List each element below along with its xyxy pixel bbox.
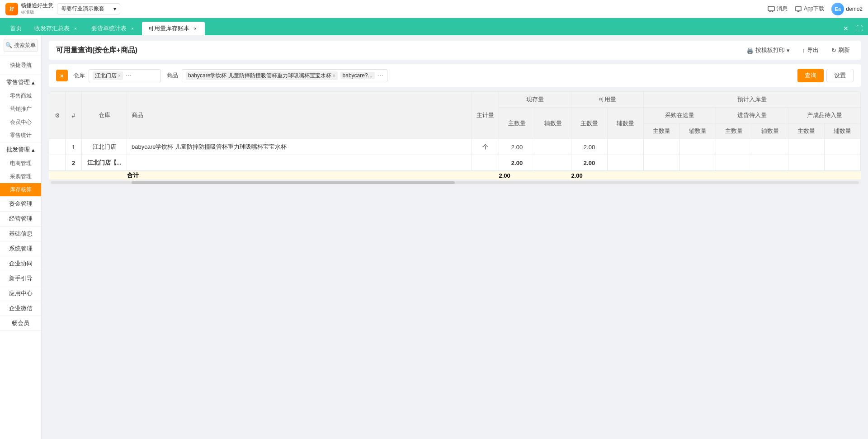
- th-stock-aux: 辅数量: [535, 108, 571, 139]
- table-footer-row: 合计 2.00 2.00: [49, 171, 861, 179]
- scroll-track: [51, 181, 859, 184]
- tab-collect[interactable]: 收发存汇总表 ×: [28, 22, 85, 35]
- table-container: ⚙ # 仓库 商品 主计量 现存量 可用量 预计入库量 主数量 辅数量: [49, 91, 861, 186]
- print-template-button[interactable]: 🖨️ 按模板打印 ▾: [743, 44, 793, 56]
- page-header: 可用量查询(按仓库+商品) 🖨️ 按模板打印 ▾ ↑ 导出 ↻ 刷新: [49, 41, 861, 60]
- tab-available-stock-label: 可用量库存账本: [148, 24, 189, 33]
- scroll-thumb[interactable]: [132, 181, 455, 184]
- footer-inbound-aux: [752, 171, 788, 179]
- tab-available-stock[interactable]: 可用量库存账本 ×: [142, 22, 205, 35]
- row2-avail-aux: [608, 155, 644, 171]
- th-available: 可用量: [571, 92, 644, 108]
- tab-fullscreen-button[interactable]: ⛶: [854, 24, 864, 33]
- tab-order-stat[interactable]: 要货单统计表 ×: [85, 22, 142, 35]
- message-icon: [768, 5, 775, 13]
- download-icon: [795, 5, 802, 13]
- row1-product: babycare学饮杯 儿童防摔防撞吸管杯重力球吸嘴杯宝宝水杯: [127, 139, 472, 155]
- search-menu-label: 搜索菜单: [14, 42, 36, 48]
- sidebar-group-collab-header[interactable]: 企业协同: [0, 256, 41, 271]
- row2-stock-aux: [535, 155, 571, 171]
- sidebar-group-member-header[interactable]: 畅会员: [0, 316, 41, 330]
- svg-rect-0: [768, 6, 774, 11]
- footer-prod-main: [788, 171, 825, 179]
- product-tag1-close[interactable]: ×: [333, 73, 335, 78]
- tab-available-stock-close[interactable]: ×: [192, 25, 198, 32]
- footer-stock-main: 2.00: [499, 171, 535, 179]
- th-pur-main: 主数量: [644, 123, 680, 139]
- row2-stock-main: 2.00: [499, 155, 535, 171]
- refresh-button[interactable]: ↻ 刷新: [828, 44, 854, 56]
- search-icon: 🔍: [5, 42, 14, 48]
- search-menu-button[interactable]: 🔍 搜索菜单: [4, 39, 38, 52]
- sidebar-item-quick-nav[interactable]: 快捷导航: [0, 59, 41, 72]
- export-button[interactable]: ↑ 导出: [799, 44, 823, 56]
- warehouse-tag-close[interactable]: ×: [118, 73, 121, 78]
- tab-home-label: 首页: [10, 24, 22, 33]
- product-tag2: babycare?...: [340, 72, 375, 79]
- row2-seq: 2: [66, 155, 82, 171]
- tab-order-stat-close[interactable]: ×: [129, 25, 136, 32]
- row1-pur-aux: [680, 139, 716, 155]
- logo-text-block: 畅捷通好生意 标准版: [21, 2, 53, 16]
- product-filter-group: 商品 babycare学饮杯 儿童防摔防撞吸管杯重力球吸嘴杯宝宝水杯 × bab…: [166, 69, 387, 82]
- row1-seq: 1: [66, 139, 82, 155]
- settings-button[interactable]: 设置: [826, 69, 854, 82]
- warehouse-filter-dots[interactable]: ···: [126, 72, 132, 79]
- filter-expand-button[interactable]: »: [56, 70, 68, 81]
- sidebar-group-basic-header[interactable]: 基础信息: [0, 227, 41, 241]
- sidebar-group-finance-header[interactable]: 资金管理: [0, 197, 41, 211]
- row1-warehouse: 江北门店: [82, 139, 127, 155]
- product-tag1: babycare学饮杯 儿童防摔防撞吸管杯重力球吸嘴杯宝宝水杯 ×: [186, 71, 338, 80]
- user-area[interactable]: Ea demo2: [831, 3, 863, 15]
- sidebar-item-stock[interactable]: 库存核算: [0, 183, 41, 196]
- message-label: 消息: [777, 5, 788, 13]
- refresh-icon: ↻: [831, 47, 836, 54]
- sidebar-group-collab-label: 企业协同: [9, 260, 33, 268]
- row1-pur-main: [644, 139, 680, 155]
- query-button[interactable]: 查询: [797, 69, 824, 82]
- th-avail-main: 主数量: [571, 108, 608, 139]
- sidebar-group-system-header[interactable]: 系统管理: [0, 241, 41, 256]
- svg-rect-1: [796, 6, 801, 11]
- sidebar-group-member: 畅会员: [0, 316, 41, 331]
- tab-order-stat-label: 要货单统计表: [91, 24, 127, 33]
- sidebar-group-operations-label: 经营管理: [9, 215, 33, 223]
- row2-product: [127, 155, 472, 171]
- filter-actions: 查询 设置: [797, 69, 854, 82]
- footer-stock-aux: [535, 171, 571, 179]
- row1-unit: 个: [472, 139, 499, 155]
- th-current-stock: 现存量: [499, 92, 571, 108]
- message-button[interactable]: 消息: [768, 5, 788, 13]
- sidebar-item-marketing[interactable]: 营销推广: [0, 103, 41, 116]
- main-layout: 🔍 搜索菜单 快捷导航 零售管理 ▴ 零售商城 营销推广 会员中心 零售统计 批…: [0, 35, 868, 439]
- print-icon: 🖨️: [746, 47, 754, 54]
- sidebar-group-new-guide-header[interactable]: 新手引导: [0, 271, 41, 286]
- app-download-button[interactable]: App下载: [795, 5, 824, 13]
- row2-inbound-main: [716, 155, 752, 171]
- chevron-down-icon: ▾: [113, 6, 116, 12]
- tab-close-all-button[interactable]: ✕: [841, 24, 851, 33]
- data-table: ⚙ # 仓库 商品 主计量 现存量 可用量 预计入库量 主数量 辅数量: [49, 91, 861, 179]
- sidebar-item-ecommerce[interactable]: 电商管理: [0, 157, 41, 170]
- th-forecast-inbound: 预计入库量: [644, 92, 861, 108]
- sidebar-item-retail-mall[interactable]: 零售商城: [0, 90, 41, 103]
- product-filter-dots[interactable]: ···: [377, 72, 383, 79]
- sidebar-group-app-center-header[interactable]: 应用中心: [0, 286, 41, 301]
- content-area: 可用量查询(按仓库+商品) 🖨️ 按模板打印 ▾ ↑ 导出 ↻ 刷新: [42, 35, 868, 439]
- sidebar-group-member-label: 畅会员: [12, 319, 29, 327]
- tab-collect-close[interactable]: ×: [72, 25, 79, 32]
- horizontal-scrollbar[interactable]: [49, 179, 861, 186]
- sidebar-group-wechat-header[interactable]: 企业微信: [0, 301, 41, 316]
- row1-settings: [49, 139, 66, 155]
- th-settings[interactable]: ⚙: [49, 92, 66, 139]
- sidebar-item-purchase[interactable]: 采购管理: [0, 170, 41, 183]
- sidebar-group-operations-header[interactable]: 经营管理: [0, 212, 41, 226]
- sidebar-group-wholesale-header[interactable]: 批发管理 ▴: [0, 142, 41, 157]
- industry-select[interactable]: 母婴行业演示账套 ▾: [57, 3, 120, 14]
- sidebar-item-retail-stats[interactable]: 零售统计: [0, 129, 41, 142]
- product-filter-input[interactable]: babycare学饮杯 儿童防摔防撞吸管杯重力球吸嘴杯宝宝水杯 × babyca…: [182, 69, 387, 82]
- tab-home[interactable]: 首页: [4, 22, 28, 35]
- warehouse-filter-input[interactable]: 江北门店 × ···: [89, 69, 161, 82]
- sidebar-item-member-center[interactable]: 会员中心: [0, 116, 41, 129]
- sidebar-group-retail-header[interactable]: 零售管理 ▴: [0, 75, 41, 90]
